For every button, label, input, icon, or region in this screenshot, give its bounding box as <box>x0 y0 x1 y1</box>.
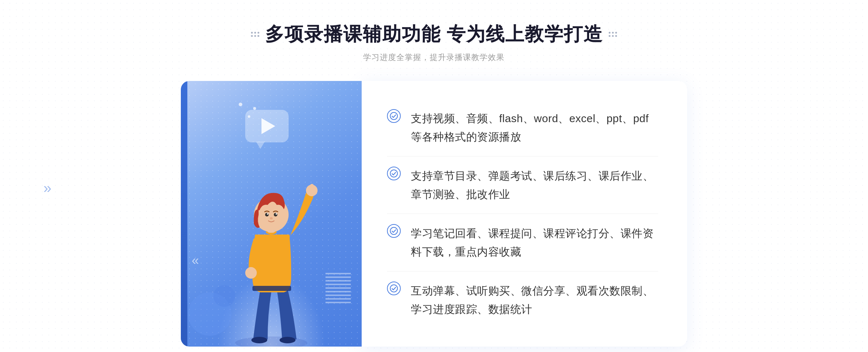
illus-chevron-icon: « <box>192 254 199 267</box>
play-triangle-icon <box>261 118 275 134</box>
feature-text-1: 支持视频、音频、flash、word、excel、ppt、pdf等各种格式的资源… <box>411 109 658 146</box>
check-icon-3 <box>387 224 401 238</box>
svg-point-8 <box>265 213 269 216</box>
svg-point-0 <box>235 336 307 347</box>
content-panel: 支持视频、音频、flash、word、excel、ppt、pdf等各种格式的资源… <box>362 81 687 347</box>
content-section: « <box>181 81 687 347</box>
svg-point-11 <box>276 213 277 215</box>
svg-point-5 <box>245 267 257 279</box>
check-icon-4 <box>387 282 401 295</box>
check-icon-2 <box>387 167 401 180</box>
blue-accent-bar <box>181 81 187 347</box>
feature-text-3: 学习笔记回看、课程提问、课程评论打分、课件资料下载，重点内容收藏 <box>411 224 658 261</box>
feature-text-2: 支持章节目录、弹题考试、课后练习、课后作业、章节测验、批改作业 <box>411 167 658 203</box>
feature-item-4: 互动弹幕、试听购买、微信分享、观看次数限制、学习进度跟踪、数据统计 <box>387 271 658 329</box>
svg-point-17 <box>390 285 397 292</box>
page-container: 多项录播课辅助功能 专为线上教学打造 学习进度全掌握，提升录播课教学效果 » <box>0 0 868 352</box>
page-title: 多项录播课辅助功能 专为线上教学打造 <box>265 22 603 47</box>
feature-item-3: 学习笔记回看、课程提问、课程评论打分、课件资料下载，重点内容收藏 <box>387 214 658 271</box>
feature-item-1: 支持视频、音频、flash、word、excel、ppt、pdf等各种格式的资源… <box>387 99 658 156</box>
svg-rect-13 <box>252 286 291 291</box>
svg-point-10 <box>267 213 268 215</box>
play-bubble <box>245 110 289 142</box>
right-dots-icon <box>609 32 617 37</box>
illustration-panel: « <box>181 81 362 347</box>
check-icon-1 <box>387 109 401 123</box>
svg-point-2 <box>280 337 295 343</box>
page-subtitle: 学习进度全掌握，提升录播课教学效果 <box>251 52 617 63</box>
header-title-row: 多项录播课辅助功能 专为线上教学打造 <box>251 22 617 47</box>
left-dots-icon <box>251 32 259 37</box>
person-illustration <box>221 151 322 347</box>
svg-rect-4 <box>310 184 314 192</box>
feature-item-2: 支持章节目录、弹题考试、课后练习、课后作业、章节测验、批改作业 <box>387 156 658 214</box>
stripes-decoration <box>326 271 351 303</box>
feature-text-4: 互动弹幕、试听购买、微信分享、观看次数限制、学习进度跟踪、数据统计 <box>411 282 658 318</box>
svg-point-12 <box>270 217 273 219</box>
header-section: 多项录播课辅助功能 专为线上教学打造 学习进度全掌握，提升录播课教学效果 <box>251 22 617 63</box>
svg-point-15 <box>390 170 397 177</box>
svg-point-9 <box>274 213 277 216</box>
svg-point-1 <box>251 337 267 343</box>
svg-point-14 <box>390 112 397 120</box>
sparkle-1 <box>239 103 242 106</box>
sparkle-3 <box>253 107 256 110</box>
svg-point-16 <box>390 227 397 235</box>
left-chevron-icon: » <box>43 180 51 196</box>
